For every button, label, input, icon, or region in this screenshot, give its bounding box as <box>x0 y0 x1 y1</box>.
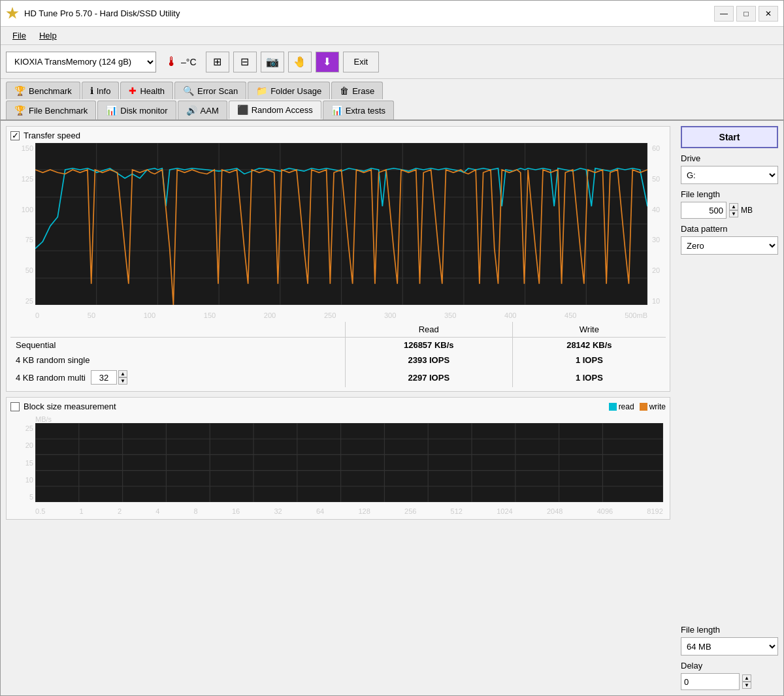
file-length-unit: MB <box>741 206 753 215</box>
file-length-spinners: ▲ ▼ <box>729 203 738 217</box>
block-file-length-control: File length 64 MB <box>681 625 778 656</box>
window-title: HD Tune Pro 5.70 - Hard Disk/SSD Utility <box>24 8 714 18</box>
4kb-single-read: 2393 IOPS <box>345 353 512 368</box>
file-length-input-group: ▲ ▼ MB <box>681 202 778 219</box>
block-chart-container: MB/s 25 20 15 10 5 <box>10 414 666 515</box>
tab-diskmonitor[interactable]: 📊 Disk monitor <box>97 101 176 119</box>
delay-label: Delay <box>681 661 778 671</box>
folderusage-icon: 📁 <box>256 86 267 96</box>
toolbar-btn-hand[interactable]: 🤚 <box>288 52 312 72</box>
tab-benchmark[interactable]: 🏆 Benchmark <box>6 82 80 99</box>
randomaccess-icon: ⬛ <box>237 104 248 115</box>
file-length-control: File length ▲ ▼ MB <box>681 189 778 219</box>
drive-control: Drive G: <box>681 153 778 184</box>
benchmark-icon: 🏆 <box>14 86 25 96</box>
spinner-buttons: ▲ ▼ <box>118 370 127 385</box>
legend-read-label: read <box>619 402 634 411</box>
tab-bar: 🏆 Benchmark ℹ Info ✚ Health 🔍 Error Scan… <box>1 79 783 121</box>
delay-input[interactable] <box>681 673 740 690</box>
tab-diskmonitor-label: Disk monitor <box>120 106 167 116</box>
block-file-length-label: File length <box>681 625 778 635</box>
4kb-single-write: 1 IOPS <box>512 353 666 368</box>
toolbar-btn-download[interactable]: ⬇ <box>316 52 339 72</box>
tab-aam[interactable]: 🔊 AAM <box>178 101 227 119</box>
toolbar-btn-1[interactable]: ⊞ <box>206 52 229 72</box>
row-label-sequential: Sequential <box>10 338 345 353</box>
queue-depth-input[interactable] <box>91 370 117 385</box>
col-header-label <box>10 322 345 338</box>
thermometer-icon: 🌡 <box>165 54 178 69</box>
4kb-multi-read: 2297 IOPS <box>345 368 512 387</box>
file-length-down[interactable]: ▼ <box>729 210 738 217</box>
close-button[interactable]: ✕ <box>759 6 778 22</box>
tab-info-label: Info <box>97 86 111 96</box>
menubar: File Help <box>1 27 783 45</box>
maximize-button[interactable]: □ <box>736 6 756 22</box>
block-unit-label: MB/s <box>35 415 52 423</box>
spinner-up[interactable]: ▲ <box>118 370 127 377</box>
delay-control: Delay ▲ ▼ <box>681 661 778 690</box>
data-pattern-label: Data pattern <box>681 224 778 234</box>
transfer-chart <box>35 143 647 305</box>
file-length-input[interactable] <box>681 202 727 219</box>
block-file-length-select[interactable]: 64 MB <box>681 637 778 656</box>
tab-extratests[interactable]: 📊 Extra tests <box>323 101 394 119</box>
drive-selector[interactable]: KIOXIA TransMemory (124 gB) <box>6 52 156 72</box>
toolbar-btn-2[interactable]: ⊟ <box>233 52 257 72</box>
extratests-icon: 📊 <box>331 105 342 116</box>
chart-y-labels-right: 60 50 40 30 20 10 <box>649 143 666 306</box>
transfer-speed-checkbox[interactable]: ✓ <box>10 131 20 140</box>
toolbar-btn-camera[interactable]: 📷 <box>261 52 284 72</box>
tab-errorscan[interactable]: 🔍 Error Scan <box>174 82 246 99</box>
info-icon: ℹ <box>90 86 93 96</box>
multi-queue-spinner[interactable]: ▲ ▼ <box>91 370 127 385</box>
row-label-4kb-single: 4 KB random single <box>10 353 345 368</box>
spinner-down[interactable]: ▼ <box>118 377 127 385</box>
svg-rect-19 <box>35 423 663 502</box>
tab-folderusage[interactable]: 📁 Folder Usage <box>248 82 330 99</box>
menu-help[interactable]: Help <box>33 28 63 43</box>
temperature-value: –°C <box>181 57 197 67</box>
transfer-chart-container: MB/s ms 150 125 100 75 50 25 60 50 40 <box>10 143 666 319</box>
tab-aam-label: AAM <box>201 106 219 116</box>
drive-select[interactable]: G: <box>681 166 778 184</box>
4kb-multi-write: 1 IOPS <box>512 368 666 387</box>
health-icon: ✚ <box>129 86 137 96</box>
tab-randomaccess-label: Random Access <box>252 105 313 115</box>
tab-info[interactable]: ℹ Info <box>82 82 120 99</box>
file-length-label: File length <box>681 189 778 199</box>
tab-benchmark-label: Benchmark <box>29 86 72 96</box>
table-row: 4 KB random single 2393 IOPS 1 IOPS <box>10 353 666 368</box>
tab-extratests-label: Extra tests <box>346 106 385 116</box>
col-header-write: Write <box>512 322 666 338</box>
legend-read-color <box>609 403 617 411</box>
exit-button[interactable]: Exit <box>343 52 380 72</box>
tab-randomaccess[interactable]: ⬛ Random Access <box>229 101 321 119</box>
legend-write: write <box>640 402 666 411</box>
start-button[interactable]: Start <box>681 126 778 148</box>
block-y-labels: 25 20 15 10 5 <box>10 423 33 502</box>
tab-errorscan-label: Error Scan <box>197 86 238 96</box>
block-size-checkbox[interactable] <box>10 402 20 411</box>
diskmonitor-icon: 📊 <box>106 105 117 116</box>
menu-file[interactable]: File <box>6 28 33 43</box>
block-size-section: Block size measurement read write <box>6 397 670 520</box>
data-pattern-select[interactable]: Zero <box>681 236 778 255</box>
window-controls: — □ ✕ <box>714 6 778 22</box>
delay-up[interactable]: ▲ <box>742 674 751 682</box>
results-table-container: Read Write Sequential 126857 KB/s 28142 … <box>10 322 666 387</box>
col-header-read: Read <box>345 322 512 338</box>
tab-filebenchmark[interactable]: 🏆 File Benchmark <box>6 101 96 119</box>
erase-icon: 🗑 <box>340 86 349 96</box>
delay-down[interactable]: ▼ <box>742 682 751 689</box>
file-length-up[interactable]: ▲ <box>729 203 738 210</box>
right-panel: Start Drive G: File length ▲ ▼ MB <box>676 121 783 695</box>
transfer-speed-section: ✓ Transfer speed MB/s ms 150 125 100 75 … <box>6 126 670 392</box>
minimize-button[interactable]: — <box>714 6 734 22</box>
tab-health[interactable]: ✚ Health <box>120 82 173 99</box>
chart-y-labels-left: 150 125 100 75 50 25 <box>10 143 33 306</box>
table-row: 4 KB random multi ▲ ▼ <box>10 368 666 387</box>
transfer-speed-label: Transfer speed <box>24 131 80 140</box>
tab-erase-label: Erase <box>352 86 374 96</box>
tab-erase[interactable]: 🗑 Erase <box>331 82 383 99</box>
